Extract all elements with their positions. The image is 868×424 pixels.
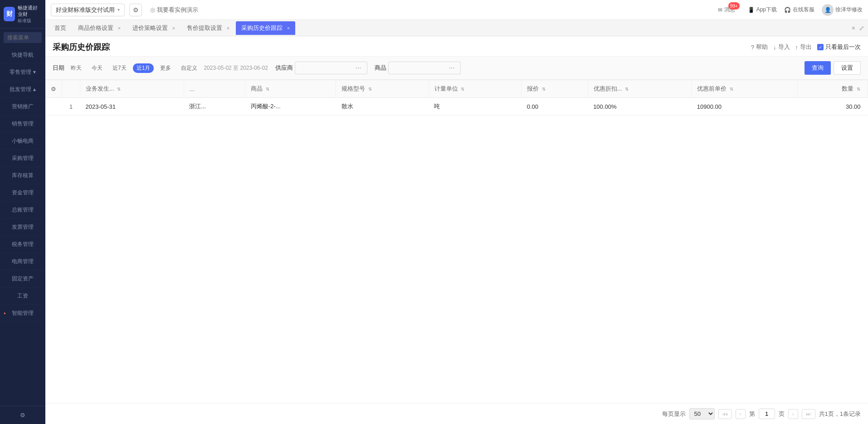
col-num	[62, 80, 80, 98]
col-price[interactable]: 报价 ⇅	[522, 80, 588, 98]
sidebar-item-intelligent[interactable]: 智能管理	[0, 305, 45, 322]
tab-purchase-history[interactable]: 采购历史价跟踪 ×	[236, 21, 295, 35]
import-button[interactable]: ↓ 导入	[773, 43, 790, 51]
product-name: 好业财标准版交付试用	[56, 6, 115, 14]
sidebar-item-fixed-assets[interactable]: 固定资产	[0, 270, 45, 288]
demo-link[interactable]: ◎ 我要看实例演示	[150, 6, 198, 14]
total-info: 共1页，1条记录	[819, 410, 861, 418]
col-product[interactable]: 商品 ⇅	[245, 80, 336, 98]
settings-button[interactable]: 设置	[834, 61, 861, 75]
supplier-label: 供应商	[275, 64, 293, 72]
row-quantity-cell: 30.00	[797, 98, 868, 116]
sidebar-item-inventory[interactable]: 库存核算	[0, 167, 45, 184]
sidebar: 财 畅捷通好业财 标准版 快捷导航 零售管理 ▾ 批发管理 ▴ 营销推广 销售管…	[0, 0, 45, 424]
col-gear[interactable]: ⚙	[45, 80, 62, 98]
only-last-toggle[interactable]: ✓ 只看最后一次	[817, 43, 861, 51]
next-page-button[interactable]: ›	[788, 409, 798, 419]
app-download-button[interactable]: 📱 App下载	[748, 6, 777, 14]
table-row[interactable]: 1 2023-05-31 浙江... 丙烯酸-2-... 散水 吨 0.00 1…	[45, 98, 868, 116]
tab-purchase-strategy[interactable]: 进价策略设置 ×	[127, 21, 180, 35]
gear-icon: ⚙	[51, 86, 56, 92]
col-spec[interactable]: 规格型号 ⇅	[336, 80, 429, 98]
tab-bar: 首页 商品价格设置 × 进价策略设置 × 售价提取设置 × 采购历史价跟踪 × …	[45, 20, 868, 36]
last-page-button[interactable]: ⏭	[802, 409, 815, 419]
sidebar-item-marketing[interactable]: 营销推广	[0, 98, 45, 116]
close-all-tabs-button[interactable]: ×	[852, 24, 855, 32]
help-icon: ?	[751, 44, 754, 51]
col-unit[interactable]: 计量单位 ⇅	[429, 80, 521, 98]
headset-icon: 🎧	[784, 7, 791, 13]
tabs-controls: × ⤢	[852, 24, 864, 32]
date-option-custom[interactable]: 自定义	[177, 63, 201, 73]
tab-close-purchase-strategy[interactable]: ×	[172, 25, 175, 31]
sidebar-item-wholesale[interactable]: 批发管理 ▴	[0, 81, 45, 98]
sort-icon-unit: ⇅	[461, 87, 464, 92]
export-icon: ↑	[795, 44, 799, 51]
online-service-button[interactable]: 🎧 在线客服	[784, 6, 814, 14]
data-table: ⚙ 业务发生... ⇅ ... 商品 ⇅	[45, 80, 868, 116]
sidebar-item-retail[interactable]: 零售管理 ▾	[0, 64, 45, 81]
page-title: 采购历史价跟踪	[53, 42, 110, 53]
row-date-cell: 2023-05-31	[80, 98, 184, 116]
prev-page-button[interactable]: ‹	[736, 409, 746, 419]
help-link[interactable]: ? 帮助	[751, 43, 768, 51]
sidebar-gear-icon[interactable]: ⚙	[0, 406, 45, 424]
sidebar-item-purchase[interactable]: 采购管理	[0, 150, 45, 167]
sidebar-item-sales[interactable]: 销售管理	[0, 116, 45, 133]
col-pre-price[interactable]: 优惠前单价 ⇅	[692, 80, 797, 98]
col-more[interactable]: ...	[184, 80, 245, 98]
supplier-input[interactable]: ···	[295, 62, 367, 74]
chevron-down-icon: ▾	[117, 7, 120, 12]
per-page-label: 每页显示	[662, 410, 686, 418]
col-date[interactable]: 业务发生... ⇅	[80, 80, 184, 98]
date-option-7days[interactable]: 近7天	[109, 63, 130, 73]
col-discount[interactable]: 优惠折扣... ⇅	[588, 80, 692, 98]
expand-tabs-button[interactable]: ⤢	[859, 24, 864, 32]
query-button[interactable]: 查询	[805, 61, 831, 75]
topbar-settings-button[interactable]: ⚙	[129, 4, 142, 16]
date-range-display: 2023-05-02 至 2023-06-02	[204, 64, 268, 72]
date-option-1month[interactable]: 近1月	[133, 63, 154, 73]
date-option-yesterday[interactable]: 昨天	[67, 63, 85, 73]
export-button[interactable]: ↑ 导出	[795, 43, 812, 51]
tab-close-price-extract[interactable]: ×	[227, 25, 229, 31]
page-number-input[interactable]	[759, 409, 775, 419]
sort-icon-pre-price: ⇅	[730, 87, 733, 92]
search-input[interactable]	[4, 32, 42, 43]
product-more-icon[interactable]: ···	[447, 64, 456, 72]
per-page-select[interactable]: 50 100 200	[689, 408, 715, 419]
sidebar-item-general-ledger[interactable]: 总账管理	[0, 202, 45, 219]
user-profile-button[interactable]: 👤 徐泽华修改	[822, 4, 863, 16]
sidebar-item-ecommerce[interactable]: 电商管理	[0, 253, 45, 270]
sidebar-search-area	[0, 29, 45, 47]
product-selector[interactable]: 好业财标准版交付试用 ▾	[51, 4, 125, 16]
row-num-cell: 1	[62, 98, 80, 116]
date-option-today[interactable]: 今天	[88, 63, 106, 73]
message-button[interactable]: ✉ 消息 99+	[718, 6, 735, 14]
tab-price-extract[interactable]: 售价提取设置 ×	[181, 21, 235, 35]
sort-icon-discount: ⇅	[625, 87, 629, 92]
sidebar-item-quick-nav[interactable]: 快捷导航	[0, 47, 45, 64]
tab-close-product-price[interactable]: ×	[118, 25, 121, 31]
sort-icon-date: ⇅	[117, 87, 121, 92]
row-pre-price-cell: 10900.00	[692, 98, 797, 116]
col-quantity[interactable]: 数量 ⇅	[797, 80, 868, 98]
sidebar-item-invoice[interactable]: 发票管理	[0, 219, 45, 236]
message-badge: 99+	[728, 2, 740, 10]
sidebar-item-payroll[interactable]: 工资	[0, 288, 45, 305]
date-option-more[interactable]: 更多	[156, 63, 175, 73]
supplier-more-icon[interactable]: ···	[353, 64, 363, 72]
first-page-button[interactable]: ⏮	[718, 409, 732, 419]
tab-home[interactable]: 首页	[49, 21, 72, 35]
sidebar-item-funds[interactable]: 资金管理	[0, 184, 45, 202]
mobile-icon: 📱	[748, 7, 755, 13]
product-input[interactable]: ···	[388, 62, 461, 74]
tab-product-price[interactable]: 商品价格设置 ×	[73, 21, 126, 35]
sidebar-item-ecommerce-small[interactable]: 小畅电商	[0, 133, 45, 150]
sidebar-item-tax[interactable]: 税务管理	[0, 236, 45, 253]
sort-icon-price: ⇅	[542, 87, 546, 92]
tab-close-purchase-history[interactable]: ×	[287, 25, 290, 31]
supplier-filter-group: 供应商 ···	[275, 62, 367, 74]
page-header: 采购历史价跟踪 ? 帮助 ↓ 导入 ↑ 导出 ✓ 只看最后一次	[45, 36, 868, 57]
page-content: 采购历史价跟踪 ? 帮助 ↓ 导入 ↑ 导出 ✓ 只看最后一次	[45, 36, 868, 424]
